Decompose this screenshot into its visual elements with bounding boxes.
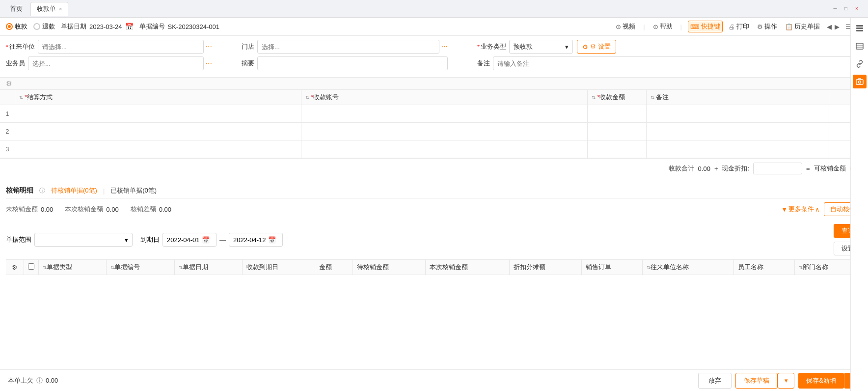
row-account-3[interactable] — [301, 140, 587, 158]
date-from-input[interactable]: 2022-04-01 📅 — [163, 233, 217, 247]
total-label: 收款合计 — [669, 164, 694, 173]
receipt-radio[interactable]: 收款 — [6, 22, 27, 31]
date-calendar-icon[interactable]: 📅 — [125, 23, 134, 30]
row-amount-2[interactable] — [587, 123, 646, 140]
close-button[interactable]: × — [853, 5, 860, 12]
total-value: 0.00 — [698, 165, 710, 172]
th-remark: ⇅ 备注 — [646, 90, 829, 105]
sidebar-camera-icon[interactable] — [853, 75, 867, 88]
svg-rect-6 — [856, 80, 863, 84]
settings-button[interactable]: ⚙ ⚙ 设置 — [577, 40, 616, 54]
refund-radio[interactable]: 退款 — [33, 22, 55, 31]
summary-row: 收款合计 0.00 + 现金折扣: = 可核销金额 0.00 — [0, 158, 868, 178]
toolbar-right: ⊙ 视频 | ⊙ 帮助 | ⌨ 快捷键 🖨 打印 ⚙ 操作 📋 — [614, 21, 862, 32]
shortcut-label: 快捷键 — [701, 22, 720, 31]
tab-home[interactable]: 首页 — [4, 2, 28, 16]
store-input[interactable] — [257, 40, 439, 54]
staff-field: 业务员 ··· — [6, 56, 212, 70]
settings-label: ⚙ 设置 — [590, 42, 611, 51]
svg-rect-1 — [856, 28, 863, 29]
row-remark-2[interactable] — [646, 123, 829, 140]
next-arrow[interactable]: ▶ — [834, 22, 841, 31]
summary-input[interactable] — [257, 56, 448, 70]
refund-label: 退款 — [42, 22, 55, 31]
pending-tab[interactable]: 待核销单据(0笔) — [51, 186, 97, 195]
th-settlement: ⇅ *结算方式 — [15, 90, 301, 105]
more-conditions-button[interactable]: ▼ 更多条件 ∧ — [781, 205, 820, 214]
chevron-down-icon: ▾ — [565, 43, 569, 51]
history-button[interactable]: 📋 历史单据 — [783, 21, 822, 32]
row-amount-3[interactable] — [587, 140, 646, 158]
sidebar-link-icon[interactable] — [853, 57, 867, 71]
this-order-label: 本单上欠 — [8, 376, 33, 385]
table-settings-icon[interactable]: ⚙ — [6, 80, 12, 87]
row-remark-3[interactable] — [646, 140, 829, 158]
date-label: 单据日期 — [61, 22, 86, 31]
current-stat: 本次核销金额 0.00 — [65, 205, 118, 214]
select-all-checkbox[interactable] — [28, 263, 34, 270]
prev-arrow[interactable]: ◀ — [826, 22, 833, 31]
sort-icon-dept: ⇅ — [799, 265, 803, 270]
staff-more-icon[interactable]: ··· — [206, 59, 212, 67]
partner-more-icon[interactable]: ··· — [206, 43, 212, 51]
row-settlement-1[interactable] — [15, 105, 301, 123]
video-button[interactable]: ⊙ 视频 — [614, 21, 637, 32]
gear-icon: ⚙ — [582, 43, 588, 51]
shortcut-icon: ⌨ — [690, 23, 700, 30]
store-more-icon[interactable]: ··· — [441, 43, 448, 51]
sidebar-list-icon[interactable] — [853, 39, 867, 53]
footer: 本单上欠 ⓘ 0.00 放弃 保存草稿 ▾ 保存&新增 ▾ — [0, 369, 868, 391]
done-tab[interactable]: 已核销单据(0笔) — [110, 186, 157, 195]
row-settlement-3[interactable] — [15, 140, 301, 158]
shortcut-button[interactable]: ⌨ 快捷键 — [688, 21, 723, 32]
operation-icon: ⚙ — [757, 23, 763, 30]
save-draft-button[interactable]: 保存草稿 — [735, 373, 778, 389]
current-label: 本次核销金额 — [65, 205, 103, 214]
diff-value: 0.00 — [159, 206, 171, 213]
partner-input[interactable] — [38, 40, 204, 54]
date-field: 单据日期 2023-03-24 📅 — [61, 22, 134, 31]
svg-rect-3 — [856, 43, 863, 49]
video-icon: ⊙ — [616, 23, 621, 30]
row-settlement-2[interactable] — [15, 123, 301, 140]
receipt-label: 收款 — [15, 22, 27, 31]
row-amount-1[interactable] — [587, 105, 646, 123]
discard-button[interactable]: 放弃 — [698, 373, 732, 389]
more-conditions-label: 更多条件 — [788, 205, 814, 214]
range-label: 单据范围 — [6, 235, 31, 244]
table-row: 3 🗑 ⧉ — [0, 140, 868, 158]
business-type-value: 预收款 — [514, 42, 533, 51]
tab-home-label: 首页 — [10, 4, 23, 13]
row-remark-1[interactable] — [646, 105, 829, 123]
partner-field: * 往来单位 ··· — [6, 40, 212, 54]
range-select[interactable]: ▾ — [34, 233, 133, 247]
tab-receipt[interactable]: 收款单 × — [30, 2, 68, 16]
date-value: 2023-03-24 — [89, 23, 122, 30]
row-account-2[interactable] — [301, 123, 587, 140]
minimize-button[interactable]: ─ — [832, 5, 839, 12]
print-button[interactable]: 🖨 打印 — [727, 21, 751, 32]
staff-input[interactable] — [28, 56, 204, 70]
row-account-1[interactable] — [301, 105, 587, 123]
business-type-select[interactable]: 预收款 ▾ — [509, 40, 573, 54]
sidebar-table-icon[interactable] — [853, 22, 867, 35]
save-new-button[interactable]: 保存&新增 — [798, 373, 844, 389]
writeoff-info-icon[interactable]: ⓘ — [39, 187, 45, 195]
bt-gear-cell[interactable]: ⚙ — [6, 260, 24, 275]
discount-input[interactable] — [753, 163, 802, 174]
print-label: 打印 — [736, 22, 749, 31]
th-account-label: 收款账号 — [313, 93, 339, 101]
bt-th-number: ⇅单据编号 — [107, 260, 175, 275]
tab-separator: | — [103, 187, 105, 195]
save-draft-arrow[interactable]: ▾ — [778, 373, 794, 389]
remark-input[interactable] — [493, 56, 862, 70]
help-button[interactable]: ⊙ 帮助 — [651, 21, 675, 32]
tab-close-icon[interactable]: × — [59, 6, 62, 12]
writeoff-section: 核销明细 ⓘ 待核销单据(0笔) | 已核销单据(0笔) 未核销金额 0.00 … — [0, 182, 868, 275]
diff-label: 核销差额 — [131, 205, 156, 214]
nav-arrows: ◀ ▶ — [826, 22, 841, 31]
sep2: | — [680, 23, 682, 30]
operation-button[interactable]: ⚙ 操作 — [755, 21, 779, 32]
date-to-input[interactable]: 2022-04-12 📅 — [229, 233, 283, 247]
maximize-button[interactable]: □ — [842, 5, 849, 12]
